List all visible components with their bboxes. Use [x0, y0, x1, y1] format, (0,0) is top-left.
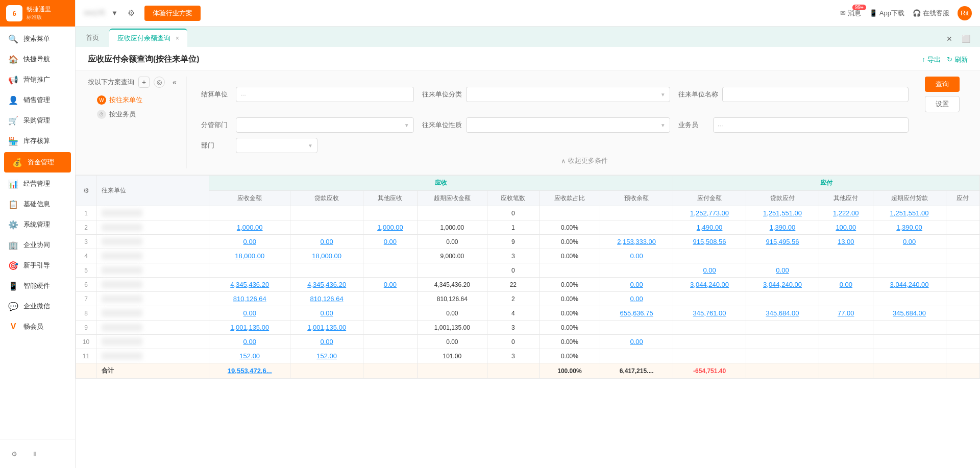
sidebar-item-beginner[interactable]: 🎯 新手引导	[0, 255, 75, 276]
cell-recv-prepay	[600, 263, 673, 278]
sidebar-item-smart-hw[interactable]: 📱 智能硬件	[0, 276, 75, 296]
input-partner-name[interactable]	[722, 87, 909, 102]
scheme-item-by-salesman[interactable]: ⏱ 按业务员	[94, 108, 180, 120]
inventory-icon: 🏪	[8, 136, 18, 146]
filter-rows: 结算单位 ··· 往来单位分类 ▼	[201, 77, 968, 153]
cell-recv-count: 0	[487, 206, 539, 220]
th-pay-loan: 贷款应付	[746, 191, 819, 206]
sidebar-item-member[interactable]: V 畅会员	[0, 316, 75, 337]
sidebar-item-operations[interactable]: 📊 经营管理	[0, 174, 75, 194]
filter-collapse-btn[interactable]: «	[169, 77, 180, 88]
cell-recv-overdue: 810,126.64	[417, 292, 487, 306]
online-service-btn[interactable]: 🎧 在线客服	[913, 9, 949, 18]
cell-partner-name	[96, 321, 209, 335]
cell-pay-other	[819, 321, 873, 335]
cell-recv-loan	[290, 220, 363, 235]
cell-recv-overdue: 0.00	[417, 335, 487, 349]
input-dept[interactable]: ▼	[236, 117, 414, 133]
export-btn[interactable]: ↑ 导出	[922, 55, 941, 64]
app-icon: 📱	[869, 9, 877, 17]
tab-close-icon[interactable]: ×	[176, 35, 179, 42]
cell-pay-overdue: 1,390.00	[873, 220, 946, 235]
input-settlement[interactable]: ···	[236, 87, 414, 102]
table-row: 5 0 0.00 0.00	[76, 263, 980, 278]
sidebar-item-finance[interactable]: 💰 资金管理	[4, 152, 71, 173]
export-label: 导出	[927, 55, 941, 64]
setting-btn[interactable]: 设置	[925, 96, 960, 112]
sidebar-item-search-menu[interactable]: 🔍 搜索菜单	[0, 29, 75, 49]
cell-recv-loan: 18,000.00	[290, 249, 363, 263]
sidebar-item-basic-info[interactable]: 📋 基础信息	[0, 194, 75, 214]
tab-maximize-btn[interactable]: ⬜	[960, 33, 972, 45]
cell-no: 5	[76, 263, 96, 278]
cell-pay-other	[819, 263, 873, 278]
th-recv-prepay: 预收余额	[600, 191, 673, 206]
message-icon: ✉	[840, 9, 846, 17]
sidebar-item-quick-nav[interactable]: 🏠 快捷导航	[0, 49, 75, 69]
user-avatar[interactable]: Rit	[958, 6, 972, 20]
topbar-company-dropdown[interactable]: ▼	[111, 9, 118, 17]
cell-pay-amount	[673, 335, 746, 349]
sidebar-item-system[interactable]: ⚙️ 系统管理	[0, 214, 75, 235]
cell-pay-other	[819, 349, 873, 363]
smart-hw-icon: 📱	[8, 281, 18, 291]
input-partner-category[interactable]: ▼	[466, 87, 670, 102]
cell-recv-ratio: 0.00%	[539, 306, 600, 321]
sidebar-item-purchase[interactable]: 🛒 采购管理	[0, 110, 75, 131]
cell-recv-prepay: 655,636.75	[600, 306, 673, 321]
sidebar-settings-btn[interactable]: ⚙	[6, 446, 22, 462]
filter-row-2: 分管部门 ▼ 往来单位性质 ▼	[201, 117, 968, 133]
tab-close-window-btn[interactable]: ✕	[943, 33, 955, 45]
filter-mode-btn[interactable]: ◎	[154, 77, 165, 88]
label-salesman: 业务员	[678, 120, 709, 130]
message-btn[interactable]: ✉ 消息 99+	[840, 9, 861, 18]
input-section[interactable]: ▼	[236, 138, 317, 153]
collapse-more-btn[interactable]: ∧ 收起更多条件	[201, 153, 968, 168]
sidebar-item-marketing[interactable]: 📢 营销推广	[0, 69, 75, 90]
cell-recv-amount: 152.00	[209, 349, 290, 363]
cell-partner-name	[96, 206, 209, 220]
chevron-up-icon: ∧	[561, 157, 566, 165]
scheme-item-by-partner[interactable]: W 按往来单位	[94, 94, 180, 106]
refresh-btn[interactable]: ↻ 刷新	[947, 55, 968, 64]
cell-pay-amount: 1,490.00	[673, 220, 746, 235]
sidebar-collapse-btn[interactable]: ⏸	[27, 446, 43, 462]
collapse-more-label: 收起更多条件	[568, 156, 608, 165]
solution-btn[interactable]: 体验行业方案	[144, 6, 201, 21]
wechat-icon: 💬	[8, 301, 18, 311]
tab-receivable[interactable]: 应收应付余额查询 ×	[109, 29, 187, 47]
th-pay-overdue: 超期应付货款	[873, 191, 946, 206]
marketing-icon: 📢	[8, 75, 18, 85]
input-partner-nature[interactable]: ▼	[466, 117, 670, 133]
sidebar-nav: 🔍 搜索菜单 🏠 快捷导航 📢 营销推广 👤 销售管理 🛒 采购管理 🏪 库存核…	[0, 27, 75, 439]
quick-nav-icon: 🏠	[8, 54, 18, 64]
table-settings-icon[interactable]: ⚙	[83, 187, 89, 194]
cell-pay-extra	[946, 235, 979, 249]
query-btn[interactable]: 查询	[925, 77, 960, 92]
cell-recv-loan	[290, 263, 363, 278]
sidebar-item-enterprise[interactable]: 🏢 企业协同	[0, 235, 75, 255]
cell-pay-amount: 0.00	[673, 263, 746, 278]
cell-pay-other: 77.00	[819, 306, 873, 321]
sidebar-item-inventory[interactable]: 🏪 库存核算	[0, 131, 75, 151]
topbar-gear-btn[interactable]: ⚙	[124, 6, 138, 20]
sidebar-item-sales[interactable]: 👤 销售管理	[0, 90, 75, 110]
input-salesman[interactable]: ···	[713, 117, 909, 133]
filter-field-salesman: 业务员 ···	[678, 117, 909, 133]
cell-recv-count: 22	[487, 278, 539, 292]
label-settlement: 结算单位	[201, 90, 232, 99]
total-pay-other	[819, 363, 873, 379]
cell-pay-loan: 1,251,551.00	[746, 206, 819, 220]
cell-recv-prepay: 2,153,333.00	[600, 235, 673, 249]
filter-add-btn[interactable]: +	[138, 77, 150, 88]
cell-recv-amount	[209, 206, 290, 220]
sidebar-item-wechat[interactable]: 💬 企业微信	[0, 296, 75, 316]
cell-pay-loan	[746, 321, 819, 335]
table-row: 3 0.00 0.00 0.00 0.00 9 0.00% 2,153,333.…	[76, 235, 980, 249]
tab-home[interactable]: 首页	[78, 29, 107, 47]
table-container: ⚙ 往来单位 应收 应付 应收金额 贷款应收 其他应收 超期应收金额 应收笔数 …	[76, 175, 980, 468]
app-download-btn[interactable]: 📱 App下载	[869, 9, 904, 18]
cell-pay-overdue: 345,684.00	[873, 306, 946, 321]
th-settings[interactable]: ⚙	[76, 176, 96, 206]
cell-recv-other	[363, 292, 418, 306]
